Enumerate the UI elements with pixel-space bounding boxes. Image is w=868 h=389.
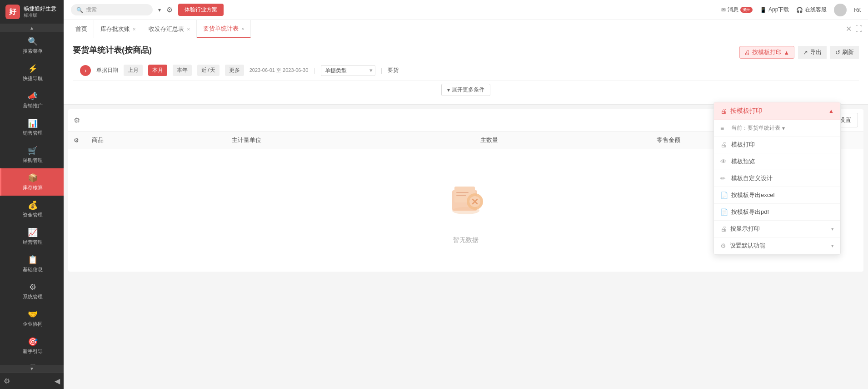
sidebar-item-finance[interactable]: 💰 资金管理 — [0, 196, 64, 223]
search-bar[interactable]: 🔍 搜索 — [71, 4, 153, 15]
table-settings-icon[interactable]: ⚙ — [74, 116, 80, 125]
refresh-btn[interactable]: ↺ 刷新 — [830, 46, 859, 59]
online-service-btn[interactable]: 🎧 在线客服 — [796, 6, 827, 14]
date-btn-this-month[interactable]: 本月 — [148, 65, 167, 76]
date-btn-more[interactable]: 更多 — [225, 65, 244, 76]
sales-icon: 📊 — [28, 118, 38, 128]
tab-collection-close[interactable]: × — [187, 26, 190, 32]
date-range: 2023-06-01 至 2023-06-30 — [249, 67, 309, 74]
page-header: 要货单统计表(按商品) 🖨 按模板打印 ▲ ↗ 导出 ↺ 刷新 — [64, 38, 868, 105]
display-print-left: 🖨 按显示打印 — [720, 225, 760, 233]
tab-collection[interactable]: 收发存汇总表 × — [142, 20, 196, 38]
finance-icon: 💰 — [28, 200, 38, 210]
template-design-item[interactable]: ✏ 模板自定义设计 — [714, 170, 840, 187]
current-template-label: 当前：要货单统计表 ▾ — [731, 124, 785, 132]
default-function-label: 设置默认功能 — [730, 242, 765, 250]
print-dropdown-title: 🖨 按模板打印 — [720, 107, 762, 115]
sidebar-item-business[interactable]: 📈 经营管理 — [0, 223, 64, 250]
marketing-icon: 📣 — [28, 91, 38, 101]
sidebar-item-basic[interactable]: 📋 基础信息 — [0, 250, 64, 278]
sidebar-item-label: 快捷导航 — [23, 75, 43, 82]
sidebar-item-guide[interactable]: 🎯 新手引导 — [0, 332, 64, 359]
content-area: 要货单统计表(按商品) 🖨 按模板打印 ▲ ↗ 导出 ↺ 刷新 — [64, 38, 868, 389]
shortcut-icon: ⚡ — [28, 64, 38, 74]
template-export-pdf-item[interactable]: 📄 按模板导出pdf — [714, 204, 840, 221]
sidebar-item-appstore[interactable]: 📱 应用中心 — [0, 359, 64, 365]
avatar[interactable] — [834, 4, 847, 16]
template-export-excel-item[interactable]: 📄 按模板导出excel — [714, 187, 840, 204]
sidebar-scroll-down[interactable]: ▼ — [0, 365, 64, 373]
template-design-icon: ✏ — [720, 175, 728, 182]
search-placeholder: 搜索 — [86, 6, 97, 14]
export-label: 导出 — [810, 48, 822, 56]
topbar-dropdown-icon[interactable]: ▾ — [158, 7, 161, 13]
industry-btn[interactable]: 体验行业方案 — [178, 4, 224, 16]
settings-bottom-btn[interactable]: ⚙ — [4, 377, 10, 385]
print-template-btn[interactable]: 🖨 按模板打印 ▲ — [739, 46, 794, 59]
template-print-item[interactable]: 🖨 模板打印 — [714, 136, 840, 153]
export-btn[interactable]: ↗ 导出 — [798, 46, 827, 59]
tab-home[interactable]: 首页 — [69, 20, 94, 38]
print-arrow-up-icon: ▲ — [783, 49, 789, 56]
search-icon: 🔍 — [76, 7, 83, 13]
expand-conditions-btn[interactable]: ▾ 展开更多条件 — [441, 84, 490, 96]
sidebar-item-label: 新手引导 — [23, 348, 43, 355]
filter-expand-btn[interactable]: › — [80, 65, 91, 76]
export-pdf-icon: 📄 — [720, 208, 728, 216]
date-btn-7days[interactable]: 近7天 — [197, 65, 219, 76]
tab-order-stats-close[interactable]: × — [241, 26, 244, 31]
th-quantity: 主数量 — [475, 131, 651, 149]
sidebar-item-label: 基础信息 — [23, 266, 43, 273]
sidebar-item-shortcut[interactable]: ⚡ 快捷导航 — [0, 59, 64, 86]
tab-batch[interactable]: 库存批次账 × — [94, 20, 142, 38]
sidebar-item-search[interactable]: 🔍 搜索菜单 — [0, 32, 64, 59]
default-function-section[interactable]: ⚙ 设置默认功能 ▾ — [714, 237, 840, 254]
topbar-gear-icon[interactable]: ⚙ — [166, 5, 173, 14]
window-close-btn[interactable]: ✕ — [846, 25, 852, 33]
sidebar-item-marketing[interactable]: 📣 营销推广 — [0, 86, 64, 114]
main-area: 🔍 搜索 ▾ ⚙ 体验行业方案 ✉ 消息 99+ 📱 App下载 🎧 在线客服 … — [64, 0, 868, 389]
app-download-btn[interactable]: 📱 App下载 — [760, 6, 789, 14]
template-list-icon: ≡ — [720, 125, 728, 132]
app-download-label: App下载 — [768, 6, 789, 14]
default-function-left: ⚙ 设置默认功能 — [720, 242, 765, 250]
expand-bar: ▾ 展开更多条件 — [73, 81, 859, 99]
gear-icon[interactable]: ⚙ — [74, 137, 79, 144]
inventory-icon: 📦 — [28, 173, 38, 183]
display-print-label: 按显示打印 — [730, 225, 760, 233]
order-type-select[interactable]: 单据类型 — [321, 65, 375, 76]
date-btn-last-month[interactable]: 上月 — [124, 65, 143, 76]
current-template-item[interactable]: ≡ 当前：要货单统计表 ▾ — [714, 120, 840, 136]
sidebar-item-purchase[interactable]: 🛒 采购管理 — [0, 141, 64, 168]
collapse-btn[interactable]: ◀ — [55, 377, 60, 385]
sidebar-item-collab[interactable]: 🤝 企业协同 — [0, 305, 64, 332]
template-design-label: 模板自定义设计 — [731, 174, 773, 182]
filter-bar: › 单据日期 上月 本月 本年 近7天 更多 2023-06-01 至 2023… — [73, 60, 859, 81]
print-dropdown-close-arrow[interactable]: ▲ — [828, 108, 834, 114]
template-preview-item[interactable]: 👁 模板预览 — [714, 153, 840, 170]
sidebar-scroll-up[interactable]: ▲ — [0, 24, 64, 32]
sidebar-item-sales[interactable]: 📊 销售管理 — [0, 114, 64, 141]
print-dropdown-header: 🖨 按模板打印 ▲ — [714, 102, 840, 120]
current-label-text: 当前：要货单统计表 — [731, 124, 780, 132]
sidebar-item-label: 库存核算 — [23, 184, 43, 191]
page-title: 要货单统计表(按商品) — [73, 45, 152, 56]
refresh-label: 刷新 — [842, 48, 854, 56]
printer-icon: 🖨 — [744, 49, 750, 56]
window-expand-btn[interactable]: ⛶ — [855, 25, 863, 33]
display-print-section[interactable]: 🖨 按显示打印 ▾ — [714, 221, 840, 237]
online-service-label: 在线客服 — [805, 6, 827, 14]
tab-order-stats[interactable]: 要货单统计表 × — [197, 20, 251, 38]
sidebar-item-label: 资金管理 — [23, 212, 43, 218]
date-btn-this-year[interactable]: 本年 — [173, 65, 192, 76]
template-export-excel-label: 按模板导出excel — [731, 191, 774, 199]
sidebar-item-label: 经营管理 — [23, 239, 43, 246]
app-name-block: 畅捷通好生意 标准版 — [24, 5, 56, 19]
sidebar-item-inventory[interactable]: 📦 库存核算 — [0, 168, 64, 196]
app-logo-icon: 好 — [5, 5, 20, 19]
message-btn[interactable]: ✉ 消息 99+ — [721, 6, 753, 14]
tab-batch-close[interactable]: × — [133, 26, 135, 32]
template-print-icon: 🖨 — [720, 141, 728, 148]
sidebar-item-system[interactable]: ⚙ 系统管理 — [0, 278, 64, 305]
refresh-icon: ↺ — [835, 49, 840, 56]
